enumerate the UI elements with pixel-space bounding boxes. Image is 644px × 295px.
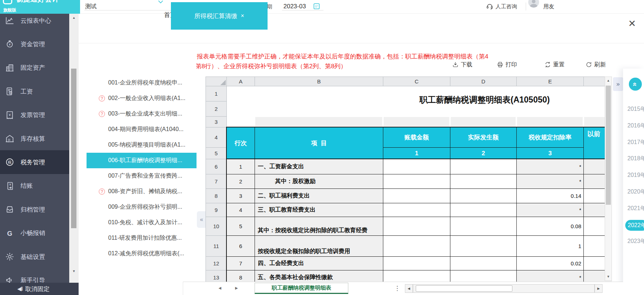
year-item-2023[interactable]: 2023年: [627, 238, 644, 246]
cell-amount-book-1[interactable]: [383, 159, 450, 174]
sidebar-item-expense[interactable]: G小畅报销: [0, 221, 69, 245]
avatar[interactable]: [528, 0, 539, 8]
empty-cell[interactable]: [451, 117, 516, 126]
more-sheets-icon[interactable]: ⋮: [394, 285, 400, 292]
form-list-item[interactable]: 011-研发费用加计扣除优惠...: [87, 230, 197, 246]
sheet-vertical-scrollbar[interactable]: ▲ ▼: [605, 77, 612, 281]
column-header-D[interactable]: D: [450, 77, 517, 86]
cell-rate-4[interactable]: *: [516, 203, 584, 217]
cell-amount-actual-5[interactable]: [450, 217, 517, 236]
cell-rate-7[interactable]: 0.02: [516, 256, 584, 270]
year-item-2016[interactable]: 2016年: [627, 122, 644, 130]
hscroll-right-button[interactable]: ▶: [595, 284, 603, 293]
year-item-2018[interactable]: 2018年: [627, 155, 644, 163]
form-list-item[interactable]: 001-企业所得税年度纳税申...: [87, 75, 197, 91]
sidebar-item-fixed-assets[interactable]: 固定资产: [0, 56, 69, 80]
cell-line-3[interactable]: 3: [226, 188, 255, 203]
sheet-tab-active[interactable]: 职工薪酬纳税调整明细表: [255, 283, 348, 294]
year-item-2021[interactable]: 2021年: [627, 205, 644, 213]
cell-amount-actual-3[interactable]: [450, 188, 517, 203]
sidebar-item-cloud-reports[interactable]: 云报表中心: [0, 14, 69, 32]
sidebar-scrollbar-thumb[interactable]: [71, 69, 76, 228]
collapse-panel-handle[interactable]: «: [197, 211, 206, 228]
chevron-down-icon[interactable]: [158, 0, 163, 4]
close-tab-icon[interactable]: ×: [241, 13, 244, 19]
year-item-2022[interactable]: 2022年: [625, 220, 644, 231]
cell-line-7[interactable]: 7: [226, 256, 255, 270]
sidebar-item-tax[interactable]: 税税务管理: [0, 150, 69, 174]
hscroll-left-button[interactable]: ◀: [405, 284, 413, 293]
cell-amount-book-5[interactable]: [383, 217, 450, 236]
next-sheet-icon[interactable]: ▶: [235, 286, 238, 290]
sidebar-item-archive[interactable]: 归档管理: [0, 198, 69, 221]
row-header-11[interactable]: 11: [206, 235, 227, 257]
user-name[interactable]: 用友: [543, 3, 554, 10]
year-item-2020[interactable]: 2020年: [627, 188, 644, 196]
cell-amount-actual-4[interactable]: [450, 203, 517, 217]
column-header-A[interactable]: A: [226, 77, 255, 86]
download-button[interactable]: 下载: [452, 60, 472, 69]
year-item-2019[interactable]: 2019年: [627, 172, 644, 179]
prev-sheet-icon[interactable]: ◀: [219, 286, 221, 290]
year-item-2015[interactable]: 2015年: [627, 105, 644, 113]
form-list-item[interactable]: ?002-一般企业收入明细表(A1...: [87, 91, 197, 106]
row-header-12[interactable]: 12: [206, 256, 227, 270]
cell-line-6[interactable]: 6: [226, 235, 255, 257]
row-header-10[interactable]: 10: [206, 217, 227, 236]
cell-line-5[interactable]: 5: [226, 217, 255, 236]
sidebar-item-guide[interactable]: 新手引导: [0, 268, 69, 283]
form-list-item[interactable]: 005-纳税调整项目明细表(A1...: [87, 137, 197, 153]
form-list-item[interactable]: ?003-一般企业成本支出明细...: [87, 106, 197, 122]
scroll-up-icon[interactable]: ▲: [71, 16, 77, 19]
cell-amount-book-3[interactable]: [383, 188, 450, 203]
scroll-up-icon[interactable]: ▲: [605, 79, 612, 82]
year-item-2017[interactable]: 2017年: [627, 139, 644, 147]
row-header-13[interactable]: 13: [206, 270, 227, 282]
scroll-down-icon[interactable]: ▼: [605, 275, 612, 278]
cell-rate-2[interactable]: *: [516, 174, 584, 189]
cell-amount-book-8[interactable]: [383, 270, 450, 282]
sheet-hscroll-thumb[interactable]: [416, 285, 512, 292]
sidebar-scrollbar[interactable]: ▲ ▼: [69, 14, 79, 295]
sidebar-item-funds[interactable]: ¥资金管理: [0, 32, 69, 56]
sidebar-item-settings[interactable]: 基础设置: [0, 245, 69, 269]
empty-cell[interactable]: [255, 117, 382, 126]
column-header-C[interactable]: C: [383, 77, 450, 86]
cell-rate-8[interactable]: *: [516, 270, 584, 282]
form-list-item[interactable]: 007-广告费和业务宣传费跨...: [87, 168, 197, 184]
cell-amount-book-6[interactable]: [383, 235, 450, 257]
row-header-2[interactable]: 2: [206, 101, 227, 117]
row-header-7[interactable]: 7: [206, 174, 227, 189]
row-header-1[interactable]: 1: [206, 86, 227, 101]
column-header-E[interactable]: E: [516, 77, 584, 86]
cell-item-5[interactable]: 其中：按税收规定比例扣除的职工教育经费: [255, 217, 383, 236]
sidebar-item-closing[interactable]: ¥结账: [0, 174, 69, 198]
row-header-8[interactable]: 8: [206, 188, 227, 203]
form-list-item[interactable]: 006-职工薪酬纳税调整明细...: [87, 153, 197, 168]
cell-line-2[interactable]: 2: [226, 174, 255, 189]
cell-item-8[interactable]: 五、各类基本社会保障性缴款: [255, 270, 383, 282]
empty-cell[interactable]: [384, 117, 449, 126]
cell-item-6[interactable]: 按税收规定全额扣除的职工培训费用: [255, 235, 383, 257]
cell-item-7[interactable]: 四、工会经费支出: [255, 256, 383, 270]
row-header-5[interactable]: 5: [206, 147, 227, 159]
cell-line-4[interactable]: 4: [226, 203, 255, 217]
tab-income-tax-settlement[interactable]: 所得税汇算清缴 ×: [171, 2, 268, 30]
select-all-corner[interactable]: [220, 80, 226, 85]
sidebar-item-invoices[interactable]: ¥发票管理: [0, 103, 69, 127]
row-header-6[interactable]: 6: [206, 159, 227, 174]
cell-rate-1[interactable]: *: [516, 159, 584, 174]
cell-amount-actual-7[interactable]: [450, 256, 517, 270]
support-link[interactable]: 人工咨询: [495, 3, 517, 10]
cell-amount-book-2[interactable]: [383, 174, 450, 189]
cell-amount-actual-1[interactable]: [450, 159, 517, 174]
cell-line-1[interactable]: 1: [226, 159, 255, 174]
empty-cell[interactable]: [517, 117, 583, 126]
scroll-down-icon[interactable]: ▼: [71, 269, 77, 273]
cell-amount-book-7[interactable]: [383, 256, 450, 270]
form-list-item[interactable]: 010-免税、减计收入及加计...: [87, 215, 197, 230]
sidebar-item-salary[interactable]: ¥工资: [0, 79, 69, 103]
cell-rate-3[interactable]: 0.14: [516, 188, 584, 203]
sheet-vscroll-thumb[interactable]: [606, 86, 611, 205]
cell-item-4[interactable]: 三、职工教育经费支出: [255, 203, 383, 217]
